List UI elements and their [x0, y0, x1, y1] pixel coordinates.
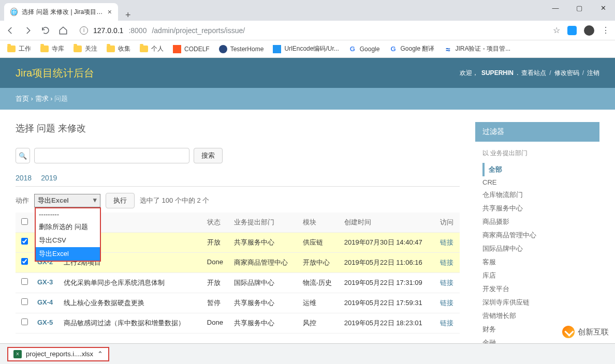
filter-item[interactable]: 共享服务中心: [482, 202, 592, 215]
globe-icon: 🌐: [10, 8, 18, 16]
site-icon: [273, 45, 281, 53]
cell-key[interactable]: GX-4: [33, 293, 60, 313]
cell-module: 开放中心: [299, 253, 340, 273]
chevron-up-icon[interactable]: ⌃: [97, 350, 103, 358]
bookmark-label: TesterHome: [230, 46, 264, 53]
cell-key[interactable]: GX-5: [33, 313, 60, 333]
link-view-site[interactable]: 查看站点: [521, 69, 546, 78]
reload-icon[interactable]: [40, 25, 51, 36]
bookmark-item[interactable]: 关注: [74, 44, 97, 53]
exec-button[interactable]: 执行: [106, 193, 135, 208]
filter-item[interactable]: 国际品牌中心: [482, 242, 592, 255]
column-header[interactable]: 业务提出部门: [230, 213, 299, 233]
cell-created: 2019年05月22日 11:06:16: [340, 253, 436, 273]
filter-item[interactable]: 深圳寺库供应链: [482, 296, 592, 309]
dropdown-option[interactable]: 导出Excel: [36, 247, 100, 261]
bookmark-label: 寺库: [52, 44, 64, 53]
cell-title: 优化采购单同步仓库系统消息体制: [60, 273, 203, 293]
folder-icon: [140, 46, 148, 52]
url-input[interactable]: i 127.0.0.1:8000/admin/project_reports/i…: [76, 26, 546, 35]
row-checkbox[interactable]: [21, 238, 28, 245]
watermark: 创新互联: [556, 323, 615, 341]
breadcrumb: 首页 › 需求 › 问题: [0, 88, 615, 110]
cell-created: 2019年05月22日 17:59:31: [340, 293, 436, 313]
link-change-pwd[interactable]: 修改密码: [554, 69, 579, 78]
cell-link[interactable]: 链接: [436, 273, 460, 293]
filter-item[interactable]: 开发平台: [482, 282, 592, 296]
bookmark-label: 个人: [151, 44, 164, 53]
menu-dots-icon[interactable]: ⋮: [602, 25, 610, 35]
bookmark-star-icon[interactable]: ☆: [553, 25, 560, 35]
bookmark-item[interactable]: 寺库: [40, 44, 64, 53]
column-header[interactable]: 状态: [203, 213, 230, 233]
dropdown-option[interactable]: 导出CSV: [36, 234, 100, 247]
filter-item[interactable]: CRE: [482, 176, 592, 188]
action-select[interactable]: 导出Excel ▾ ---------删除所选的 问题导出CSV导出Excel: [34, 194, 100, 207]
column-header[interactable]: 创建时间: [340, 213, 436, 233]
dropdown-option[interactable]: ---------: [36, 208, 100, 220]
maximize-button[interactable]: ▢: [567, 0, 591, 16]
row-checkbox[interactable]: [21, 258, 28, 265]
cell-link[interactable]: 链接: [436, 313, 460, 333]
site-icon: [173, 45, 181, 53]
column-header[interactable]: 模块: [299, 213, 340, 233]
link-logout[interactable]: 注销: [587, 69, 599, 78]
filter-item[interactable]: 仓库物流部门: [482, 188, 592, 202]
cell-key[interactable]: GX-3: [33, 273, 60, 293]
browser-tab[interactable]: 🌐 选择 问题 来修改 | Jira项目统计... ×: [4, 3, 118, 21]
url-host: 127.0.0.1: [93, 26, 123, 35]
search-button[interactable]: 搜索: [194, 148, 223, 163]
home-icon[interactable]: [58, 25, 68, 36]
filter-item[interactable]: 营销增长部: [482, 309, 592, 323]
search-icon: 🔍: [16, 148, 30, 163]
filter-item[interactable]: 库店: [482, 269, 592, 282]
bookmark-item[interactable]: 收集: [107, 44, 130, 53]
minimize-button[interactable]: —: [544, 0, 567, 16]
close-icon[interactable]: ×: [108, 8, 112, 16]
bookmark-item[interactable]: 工作: [7, 44, 31, 53]
year-tab-2019[interactable]: 2019: [41, 174, 57, 182]
bookmark-label: UrlEncode编码/Ur...: [284, 44, 339, 53]
info-icon[interactable]: i: [80, 26, 88, 35]
column-header[interactable]: 访问: [436, 213, 460, 233]
bookmark-item[interactable]: CODELF: [173, 45, 210, 53]
bookmark-item[interactable]: GGoogle: [348, 45, 380, 53]
bookmark-item[interactable]: 个人: [140, 44, 164, 53]
cell-module: 风控: [299, 313, 340, 333]
cell-created: 2019年05月22日 17:31:09: [340, 273, 436, 293]
row-checkbox[interactable]: [21, 278, 28, 285]
crumb-current: 问题: [54, 95, 68, 102]
row-checkbox[interactable]: [21, 318, 28, 325]
cell-link[interactable]: 链接: [436, 253, 460, 273]
year-tab-2018[interactable]: 2018: [16, 174, 32, 182]
crumb-home[interactable]: 首页: [16, 95, 29, 102]
close-window-button[interactable]: ✕: [591, 0, 615, 16]
crumb-group[interactable]: 需求: [35, 95, 49, 102]
cell-status: 暂停: [203, 293, 230, 313]
download-item[interactable]: X project_reports.i....xlsx ⌃: [7, 347, 109, 361]
bookmark-label: Google: [360, 46, 380, 53]
bookmark-item[interactable]: GGoogle 翻译: [389, 44, 434, 53]
filter-item[interactable]: 全部: [482, 163, 592, 176]
back-icon[interactable]: [5, 25, 16, 36]
cell-module: 运维: [299, 293, 340, 313]
column-header[interactable]: [16, 213, 33, 233]
newtab-button[interactable]: +: [118, 10, 138, 21]
cell-link[interactable]: 链接: [436, 233, 460, 253]
bookmark-item[interactable]: UrlEncode编码/Ur...: [273, 44, 339, 53]
app-header: Jira项目统计后台 欢迎， SUPERHIN. 查看站点/ 修改密码/ 注销: [0, 58, 615, 88]
extension-icon[interactable]: [567, 26, 577, 35]
filter-item[interactable]: 商品摄影: [482, 215, 592, 229]
forward-icon[interactable]: [23, 25, 33, 36]
profile-avatar-icon[interactable]: [584, 25, 594, 36]
bookmark-item[interactable]: ≈JIRA验证 - 项目管...: [444, 44, 510, 53]
tab-title: 选择 问题 来修改 | Jira项目统计...: [22, 8, 103, 17]
dropdown-option[interactable]: 删除所选的 问题: [36, 220, 100, 234]
select-all-checkbox[interactable]: [21, 218, 28, 225]
bookmark-item[interactable]: TesterHome: [219, 45, 264, 53]
cell-link[interactable]: 链接: [436, 293, 460, 313]
search-input[interactable]: [34, 148, 189, 163]
filter-item[interactable]: 商家商品管理中心: [482, 229, 592, 242]
filter-item[interactable]: 客服: [482, 255, 592, 269]
row-checkbox[interactable]: [21, 298, 28, 305]
